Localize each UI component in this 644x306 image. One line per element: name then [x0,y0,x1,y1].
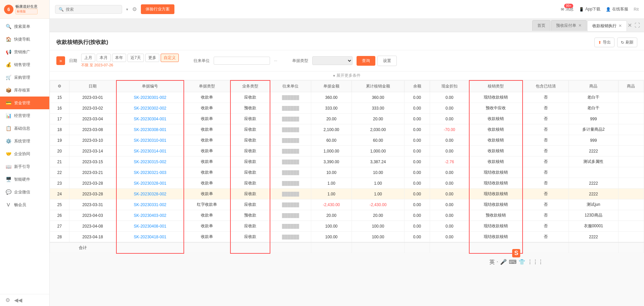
cell-date: 2023-03-01 [69,92,116,103]
sidebar-item-sales[interactable]: 💰 销售管理 [0,58,49,71]
cell-total-cancel: 20.00 [352,210,404,221]
tab-close-payment-exec[interactable]: ✕ [619,23,622,28]
this-month-btn[interactable]: 本月 [97,54,111,62]
table-row: 20 2023-03-14 SK-20230314-001 收款单 应收款 ██… [50,146,644,157]
cell-total-cancel: 1.00 [352,178,404,189]
export-button[interactable]: ⬆ 导出 [594,38,614,47]
last-7-days-btn[interactable]: 近7天 [127,54,144,62]
data-table: ⚙ 日期 单据编号 单据类型 业务类型 往来单位 单据金额 累计核销金额 余额 … [50,80,644,254]
tab-label-payment-exec: 收款核销执行 [592,23,616,29]
footer-balance [405,242,430,253]
message-action[interactable]: ✉ 消息 99+ [561,6,574,12]
sidebar-item-quick-nav[interactable]: 🏠 快捷导航 [0,33,49,46]
sidebar-item-enterprise[interactable]: 🤝 企业协同 [0,147,49,160]
sidebar-item-basic[interactable]: 📋 基础信息 [0,122,49,135]
partner-input[interactable] [214,57,270,65]
sidebar-item-finance[interactable]: 💳 资金管理 [0,97,49,109]
voucher-link[interactable]: SK-20230403-002 [134,213,166,218]
cell-total-cancel: 60.00 [352,135,404,146]
sidebar-icon-guide: 📖 [5,164,11,170]
filter-toggle-button[interactable]: » [56,56,65,65]
search-dropdown-icon[interactable]: ▾ [126,7,128,12]
user-text[interactable]: Rit [634,7,639,12]
sidebar-item-wechat[interactable]: 💬 企业微信 [0,186,49,198]
cell-partner: ██████ [270,135,311,146]
collapse-icon[interactable]: ◀◀ [14,297,22,303]
cell-product [569,167,618,178]
cell-amount: 3,390.00 [311,157,352,167]
voucher-link[interactable]: SK-20230302-002 [134,106,166,111]
sidebar-item-inventory[interactable]: 📦 库存核算 [0,84,49,97]
cell-total-cancel: -2,430.00 [352,199,404,210]
app-download-action[interactable]: 📱 App下载 [579,6,600,12]
settings-button[interactable]: 设置 [377,56,397,66]
message-icon: ✉ [561,7,564,12]
watermark: S 英 · 🎤 ⌨ 👕 ⋮⋮⋮ [489,249,543,266]
sidebar-item-purchase[interactable]: 🛒 采购管理 [0,71,49,84]
last-month-btn[interactable]: 上月 [81,54,95,62]
voucher-link[interactable]: SK-20230304-001 [134,117,166,121]
cell-date: 2023-03-08 [69,124,116,135]
sidebar-logo: 6 畅康道好生意 标推版 [0,0,49,19]
voucher-link[interactable]: SK-20230328-001 [134,181,166,186]
voucher-link[interactable]: SK-20230418-001 [134,235,166,239]
cell-voucher-no: SK-20230314-001 [116,146,184,157]
col-amount: 单据金额 [311,80,352,92]
cell-cash-discount: 0.00 [430,167,469,178]
sidebar-item-system[interactable]: ⚙️ 系统管理 [0,135,49,147]
sidebar-item-search[interactable]: 🔍 搜索菜单 [0,20,49,33]
sidebar-item-marketing[interactable]: 📢 营销推广 [0,46,49,58]
tab-home[interactable]: 首页 [532,20,550,31]
more-filter-icon[interactable]: ··· [274,58,277,63]
table-row: 22 2023-03-21 SK-20230321-003 收款单 应收款 ██… [50,167,644,178]
tab-close-pending-payment[interactable]: ✕ [578,23,582,28]
sidebar-item-member[interactable]: V 畅会员 [0,198,49,211]
cell-cancel-type: 现结收款核销 [469,92,523,103]
cell-seq: 19 [50,135,69,146]
more-date-btn[interactable]: 更多 [145,54,159,62]
this-year-btn[interactable]: 本年 [112,54,126,62]
expand-button[interactable]: ▾ 展开更多条件 [333,73,361,78]
voucher-link[interactable]: SK-20230310-001 [134,138,166,143]
voucher-link[interactable]: SK-20230314-001 [134,149,166,154]
close-tab-icon[interactable]: ✕ [628,22,632,28]
col-settings[interactable]: ⚙ [50,80,69,92]
service-action[interactable]: 👤 在线客服 [606,6,628,12]
header-row: ⚙ 日期 单据编号 单据类型 业务类型 往来单位 单据金额 累计核销金额 余额 … [50,80,644,92]
tab-pending-payment[interactable]: 预收应付单✕ [551,20,587,31]
voucher-link[interactable]: SK-20230328-002 [134,192,166,196]
voucher-link[interactable]: SK-20230301-002 [134,95,166,100]
cell-partner: ██████ [270,178,311,189]
watermark-icon-3: 🎤 [500,259,507,266]
voucher-link[interactable]: SK-20230308-001 [134,127,166,132]
sidebar-icon-sales: 💰 [5,62,11,68]
tab-payment-exec[interactable]: 收款核销执行✕ [587,20,627,31]
cell-date: 2023-03-04 [69,114,116,124]
cell-total-cancel: 10.00 [352,167,404,178]
search-input[interactable] [66,7,118,12]
maximize-icon[interactable]: ⛶ [635,22,640,28]
voucher-link[interactable]: SK-20230321-003 [134,170,166,175]
sidebar-item-guide[interactable]: 📖 新手引导 [0,160,49,173]
voucher-link[interactable]: SK-20230408-001 [134,224,166,229]
table-row: 16 2023-03-02 SK-20230302-002 收款单 预收款 ██… [50,103,644,114]
cell-total-cancel: 360.00 [352,92,404,103]
col-voucher-type: 单据类型 [184,80,230,92]
voucher-link[interactable]: SK-20230331-002 [134,202,166,207]
sidebar-label-system: 系统管理 [14,138,30,144]
cell-date: 2023-03-15 [69,157,116,167]
settings-gear-icon[interactable]: ⚙ [132,6,137,12]
sidebar-icon-system: ⚙️ [5,138,11,144]
sidebar-item-operation[interactable]: 📊 经营管理 [0,109,49,122]
industry-solution-button[interactable]: 体验行业方案 [141,4,174,14]
custom-date-btn[interactable]: 自定义 [161,54,179,62]
voucher-link[interactable]: SK-20230315-002 [134,160,166,164]
cell-amount: 1.00 [311,189,352,199]
cell-date: 2023-03-31 [69,199,116,210]
settings-icon[interactable]: ⚙ [5,297,10,303]
query-button[interactable]: 查询 [357,56,375,66]
topbar-search-box[interactable]: 🔍 [55,5,122,14]
sidebar-item-hardware[interactable]: 🖥️ 智能硬件 [0,173,49,186]
refresh-button[interactable]: ↻ 刷新 [617,38,637,47]
voucher-type-select[interactable] [312,56,353,65]
